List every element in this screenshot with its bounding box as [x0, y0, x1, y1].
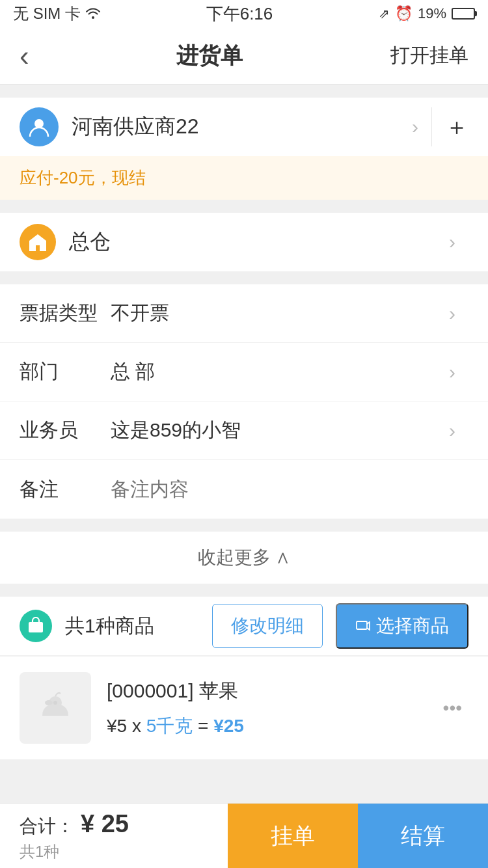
carrier-label: 无 SIM 卡 — [13, 3, 81, 24]
supplier-section: 河南供应商22 › ＋ 应付-20元，现结 — [0, 98, 488, 200]
department-value: 总 部 — [98, 359, 449, 385]
settle-button[interactable]: 结算 — [358, 804, 488, 869]
salesperson-value: 这是859的小智 — [98, 417, 449, 444]
product-name: [0000001] 苹果 — [107, 678, 437, 705]
product-price: ¥5 x 5千克 = ¥25 — [107, 714, 437, 739]
nav-bar: ‹ 进货单 打开挂单 — [0, 27, 488, 85]
warehouse-icon — [20, 224, 56, 260]
supplier-name: 河南供应商22 — [72, 113, 412, 141]
warehouse-chevron-icon: › — [449, 231, 455, 253]
invoice-type-value: 不开票 — [98, 300, 449, 327]
status-bar: 无 SIM 卡 下午6:16 ⇗ ⏰ 19% — [0, 0, 488, 27]
supplier-chevron-icon: › — [412, 116, 418, 138]
product-count-text: 共1种商品 — [65, 613, 212, 640]
product-thumbnail — [20, 672, 91, 744]
select-product-label: 选择商品 — [376, 614, 449, 638]
supplier-avatar — [20, 107, 59, 146]
warehouse-row[interactable]: 总仓 › — [0, 213, 488, 271]
svg-rect-1 — [29, 622, 43, 632]
battery-icon — [452, 8, 475, 20]
department-label: 部门 — [20, 359, 98, 385]
remark-row[interactable]: 备注 — [0, 460, 488, 519]
total-area: 合计： ¥ 25 共1种 — [0, 810, 228, 862]
salesperson-label: 业务员 — [20, 417, 98, 444]
total-sub: 共1种 — [20, 841, 208, 862]
battery-percent: 19% — [418, 5, 446, 22]
location-icon: ⇗ — [379, 6, 390, 21]
back-button[interactable]: ‹ — [20, 40, 29, 72]
divider — [431, 107, 432, 146]
product-item: [0000001] 苹果 ¥5 x 5千克 = ¥25 ••• — [0, 657, 488, 759]
product-count-icon — [20, 610, 52, 642]
status-left: 无 SIM 卡 — [13, 3, 100, 24]
total-label: 合计： — [20, 814, 74, 839]
status-right: ⇗ ⏰ 19% — [379, 5, 475, 22]
form-section: 票据类型 不开票 › 部门 总 部 › 业务员 这是859的小智 › 备注 — [0, 284, 488, 519]
notice-banner: 应付-20元，现结 — [0, 156, 488, 200]
status-time: 下午6:16 — [206, 3, 273, 25]
open-pending-button[interactable]: 打开挂单 — [390, 42, 468, 69]
invoice-type-label: 票据类型 — [20, 300, 98, 327]
salesperson-chevron-icon: › — [449, 420, 455, 442]
remark-input[interactable] — [98, 478, 468, 500]
alarm-icon: ⏰ — [395, 5, 413, 22]
bottom-bar: 合计： ¥ 25 共1种 挂单 结算 — [0, 803, 488, 868]
svg-rect-2 — [357, 621, 367, 629]
remark-label: 备注 — [20, 476, 98, 503]
product-more-button[interactable]: ••• — [437, 691, 468, 725]
suspend-button[interactable]: 挂单 — [228, 804, 358, 869]
wifi-icon — [86, 5, 100, 23]
warehouse-name: 总仓 — [69, 228, 449, 256]
collapse-row[interactable]: 收起更多 ∧ — [0, 532, 488, 584]
department-chevron-icon: › — [449, 361, 455, 383]
modify-detail-button[interactable]: 修改明细 — [212, 604, 323, 648]
invoice-chevron-icon: › — [449, 303, 455, 325]
products-header: 共1种商品 修改明细 选择商品 — [0, 597, 488, 655]
total-amount: ¥ 25 — [81, 810, 129, 838]
product-info: [0000001] 苹果 ¥5 x 5千克 = ¥25 — [107, 678, 437, 739]
salesperson-row[interactable]: 业务员 这是859的小智 › — [0, 401, 488, 460]
svg-point-5 — [53, 701, 57, 705]
supplier-row[interactable]: 河南供应商22 › ＋ — [0, 98, 488, 156]
page-title: 进货单 — [176, 41, 243, 71]
invoice-type-row[interactable]: 票据类型 不开票 › — [0, 284, 488, 343]
select-product-button[interactable]: 选择商品 — [336, 603, 468, 649]
collapse-label: 收起更多 ∧ — [198, 545, 291, 570]
add-button[interactable]: ＋ — [445, 111, 468, 143]
department-row[interactable]: 部门 总 部 › — [0, 343, 488, 401]
